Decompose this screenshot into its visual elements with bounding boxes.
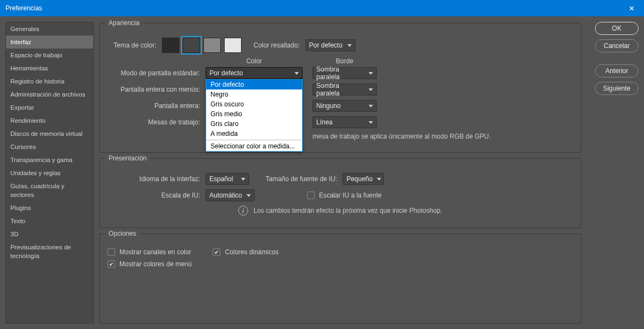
checkbox-label: Mostrar colores de menú [119, 260, 192, 268]
dropdown-item-seleccionar-color[interactable]: Seleccionar color a medida... [206, 141, 302, 151]
group-presentacion: Presentación Idioma de la interfaz: Espa… [99, 158, 581, 228]
info-icon: i [238, 206, 248, 216]
sidebar-item-3d[interactable]: 3D [6, 228, 93, 241]
dropdown-item-negro[interactable]: Negro [206, 89, 302, 99]
sidebar-item-cursores[interactable]: Cursores [6, 140, 93, 153]
sidebar-item-interfaz[interactable]: Interfaz [6, 35, 93, 49]
close-button[interactable]: ✕ [619, 0, 644, 16]
sidebar-item-previsualizaciones[interactable]: Previsualizaciones de tecnología [6, 241, 93, 262]
label-tema-color: Tema de color: [107, 41, 162, 49]
label-color-resaltado: Color resaltado: [254, 41, 300, 49]
combo-borde-pantalla-entera[interactable]: Ninguno [312, 100, 377, 112]
combo-escala-iu[interactable]: Automático [206, 189, 255, 201]
label-modo-pantalla-estandar: Modo de pantalla estándar: [107, 69, 206, 77]
sidebar-item-guias-cuadricula[interactable]: Guías, cuadrícula y sectores [6, 180, 93, 201]
prev-button[interactable]: Anterior [595, 64, 639, 77]
sidebar: Generales Interfaz Espacio de trabajo He… [5, 22, 94, 324]
group-title-opciones: Opciones [105, 230, 140, 237]
window-title: Preferencias [5, 4, 42, 12]
ok-button[interactable]: OK [595, 22, 639, 35]
cancel-button[interactable]: Cancelar [595, 39, 639, 52]
artboard-gpu-note: mesa de trabajo se aplica únicamente al … [312, 133, 491, 140]
label-tamano-fuente-iu: Tamaño de fuente de IU: [266, 175, 337, 183]
label-idioma-interfaz: Idioma de la interfaz: [107, 175, 206, 183]
theme-swatch-dark[interactable] [183, 38, 200, 53]
theme-swatch-light[interactable] [224, 38, 242, 53]
combo-tamano-fuente-iu[interactable]: Pequeño [342, 173, 384, 185]
combo-borde-pantalla-entera-menus[interactable]: Sombra paralela [312, 83, 377, 95]
group-opciones: Opciones Mostrar canales en color Colore… [99, 234, 581, 324]
checkbox-escalar-iu-fuente[interactable]: Escalar IU a la fuente [307, 192, 382, 199]
checkbox-label: Colores dinámicos [225, 248, 279, 256]
checkbox-colores-dinamicos[interactable]: Colores dinámicos [213, 248, 279, 256]
sidebar-item-discos-memoria[interactable]: Discos de memoria virtual [6, 127, 93, 140]
sidebar-item-herramientas[interactable]: Herramientas [6, 62, 93, 75]
restart-note: Los cambios tendrán efecto la próxima ve… [254, 207, 442, 214]
dropdown-item-gris-oscuro[interactable]: Gris oscuro [206, 99, 302, 109]
group-apariencia: Apariencia Tema de color: Color resaltad… [99, 23, 581, 153]
dropdown-color-pantalla-estandar[interactable]: Por defecto Negro Gris oscuro Gris medio… [206, 79, 303, 152]
dropdown-item-gris-claro[interactable]: Gris claro [206, 119, 302, 129]
checkbox-mostrar-colores-menu[interactable]: Mostrar colores de menú [107, 260, 192, 268]
label-escala-iu: Escala de IU: [107, 192, 206, 199]
sidebar-item-registro-historia[interactable]: Registro de historia [6, 75, 93, 88]
combo-color-pantalla-estandar[interactable]: Por defecto [206, 67, 303, 79]
combo-borde-pantalla-estandar[interactable]: Sombra paralela [312, 67, 377, 79]
checkbox-box-icon [307, 192, 315, 199]
checkbox-box-icon [107, 248, 115, 256]
titlebar: Preferencias ✕ [0, 0, 644, 16]
theme-swatch-darkest[interactable] [162, 38, 179, 53]
combo-color-resaltado[interactable]: Por defecto [305, 39, 356, 51]
sidebar-item-transparencia[interactable]: Transparencia y gama [6, 153, 93, 166]
checkbox-box-icon [107, 260, 115, 268]
label-mesas-trabajo: Mesas de trabajo: [107, 118, 206, 126]
header-color: Color [206, 57, 303, 65]
combo-idioma-interfaz[interactable]: Español [206, 173, 249, 185]
sidebar-item-espacio-trabajo[interactable]: Espacio de trabajo [6, 49, 93, 62]
sidebar-item-plugins[interactable]: Plugins [6, 201, 93, 214]
dropdown-item-a-medida[interactable]: A medida [206, 129, 302, 139]
sidebar-item-generales[interactable]: Generales [6, 22, 93, 35]
checkbox-label: Escalar IU a la fuente [319, 192, 382, 199]
checkbox-mostrar-canales-color[interactable]: Mostrar canales en color [107, 248, 191, 256]
sidebar-item-exportar[interactable]: Exportar [6, 101, 93, 114]
dropdown-item-gris-medio[interactable]: Gris medio [206, 109, 302, 119]
checkbox-box-icon [213, 248, 220, 256]
next-button[interactable]: Siguiente [595, 82, 639, 95]
group-title-apariencia: Apariencia [105, 19, 143, 27]
sidebar-item-rendimiento[interactable]: Rendimiento [6, 114, 93, 127]
theme-swatch-medium[interactable] [203, 38, 221, 53]
header-borde: Borde [312, 57, 377, 65]
sidebar-item-unidades-reglas[interactable]: Unidades y reglas [6, 166, 93, 180]
group-title-presentacion: Presentación [105, 154, 150, 162]
label-pantalla-entera-menus: Pantalla entera con menús: [107, 86, 206, 93]
dropdown-item-por-defecto[interactable]: Por defecto [206, 80, 302, 89]
sidebar-item-admin-archivos[interactable]: Administración de archivos [6, 88, 93, 101]
combo-borde-mesas-trabajo[interactable]: Línea [312, 116, 377, 128]
label-pantalla-entera: Pantalla entera: [107, 102, 206, 110]
checkbox-label: Mostrar canales en color [119, 248, 191, 256]
sidebar-item-texto[interactable]: Texto [6, 214, 93, 228]
dialog-buttons: OK Cancelar Anterior Siguiente [587, 22, 639, 324]
